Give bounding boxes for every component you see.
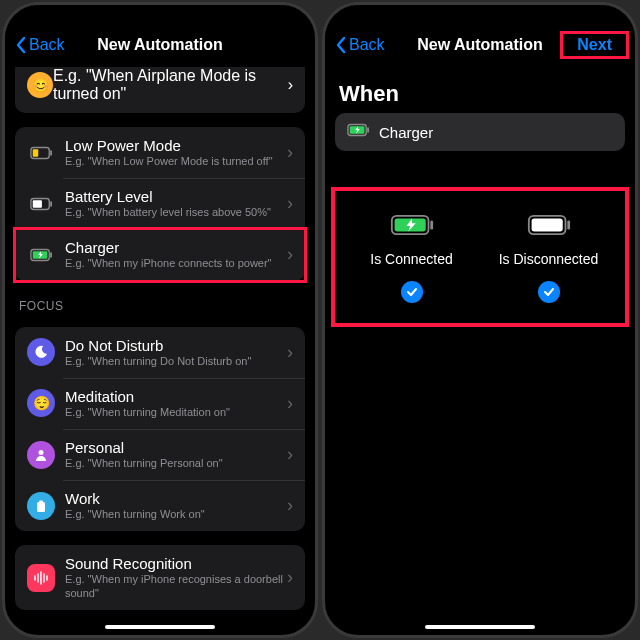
option-label: Is Disconnected	[499, 251, 599, 267]
nav-title: New Automation	[417, 36, 543, 54]
row-battery-level[interactable]: Battery Level E.g. "When battery level r…	[15, 178, 305, 229]
nav-title: New Automation	[97, 36, 223, 54]
row-label: Sound Recognition	[65, 555, 287, 572]
row-label: Low Power Mode	[65, 137, 287, 154]
row-personal[interactable]: Personal E.g. "When turning Personal on"…	[15, 429, 305, 480]
back-button[interactable]: Back	[335, 36, 385, 54]
airplane-icon: 😊	[27, 72, 53, 98]
chevron-left-icon	[335, 36, 347, 54]
row-label: Work	[65, 490, 287, 507]
svg-rect-10	[37, 502, 45, 512]
sound-icon	[27, 564, 55, 592]
svg-rect-25	[531, 219, 562, 232]
row-sub: E.g. "When turning Meditation on"	[65, 406, 287, 419]
chevron-right-icon: ›	[287, 142, 293, 163]
svg-rect-2	[33, 149, 39, 156]
person-icon	[27, 441, 55, 469]
airplane-row-partial[interactable]: 😊 E.g. "When Airplane Mode is turned on"…	[15, 67, 305, 113]
when-header: When	[339, 81, 621, 107]
notch	[420, 5, 540, 25]
row-label: Personal	[65, 439, 287, 456]
checkmark-icon	[538, 281, 560, 303]
row-label: Do Not Disturb	[65, 337, 287, 354]
battery-icon	[27, 190, 55, 218]
focus-group: Do Not Disturb E.g. "When turning Do Not…	[15, 327, 305, 532]
svg-rect-24	[567, 220, 570, 229]
sound-group: Sound Recognition E.g. "When my iPhone r…	[15, 545, 305, 609]
row-label: Meditation	[65, 388, 287, 405]
svg-rect-7	[50, 252, 52, 258]
next-button[interactable]: Next	[569, 32, 620, 57]
notch	[100, 5, 220, 25]
selected-trigger-pill: Charger	[335, 113, 625, 151]
row-sound-recognition[interactable]: Sound Recognition E.g. "When my iPhone r…	[15, 545, 305, 609]
row-work[interactable]: Work E.g. "When turning Work on" ›	[15, 480, 305, 531]
back-label: Back	[29, 36, 65, 54]
svg-rect-21	[430, 220, 433, 229]
nav-bar: Back New Automation	[5, 23, 315, 67]
row-meditation[interactable]: 😌 Meditation E.g. "When turning Meditati…	[15, 378, 305, 429]
checkmark-icon	[401, 281, 423, 303]
row-sub: E.g. "When my iPhone recognises a doorbe…	[65, 573, 287, 599]
row-sub: E.g. "When turning Work on"	[65, 508, 287, 521]
airplane-sub: E.g. "When Airplane Mode is turned on"	[53, 67, 288, 103]
row-sub: E.g. "When turning Do Not Disturb on"	[65, 355, 287, 368]
row-sub: E.g. "When my iPhone connects to power"	[65, 257, 287, 270]
moon-icon	[27, 338, 55, 366]
chevron-right-icon: ›	[287, 342, 293, 363]
svg-rect-4	[50, 201, 52, 207]
next-button-highlight: Next	[560, 31, 629, 59]
chevron-right-icon: ›	[288, 76, 293, 94]
phone-right: Back New Automation Next When Charger Is…	[322, 2, 638, 638]
row-sub: E.g. "When battery level rises above 50%…	[65, 206, 287, 219]
svg-rect-11	[39, 500, 43, 503]
row-sub: E.g. "When Low Power Mode is turned off"	[65, 155, 287, 168]
svg-rect-1	[50, 150, 52, 156]
svg-rect-18	[367, 127, 369, 133]
row-label: Battery Level	[65, 188, 287, 205]
phone-left: Back New Automation 😊 E.g. "When Airplan…	[2, 2, 318, 638]
svg-point-9	[39, 450, 44, 455]
row-dnd[interactable]: Do Not Disturb E.g. "When turning Do Not…	[15, 327, 305, 378]
selected-trigger-label: Charger	[379, 124, 433, 141]
meditation-icon: 😌	[27, 389, 55, 417]
chevron-right-icon: ›	[287, 393, 293, 414]
badge-icon	[27, 492, 55, 520]
battery-charging-icon	[390, 213, 434, 237]
options-box: Is Connected Is Disconnected	[335, 187, 625, 323]
battery-group: Low Power Mode E.g. "When Low Power Mode…	[15, 127, 305, 281]
low-power-icon	[27, 139, 55, 167]
back-label: Back	[349, 36, 385, 54]
row-label: Charger	[65, 239, 287, 256]
svg-rect-5	[33, 200, 42, 207]
chevron-right-icon: ›	[287, 244, 293, 265]
charger-icon	[27, 241, 55, 269]
option-is-connected[interactable]: Is Connected	[343, 213, 480, 303]
charger-icon	[347, 123, 369, 141]
row-low-power[interactable]: Low Power Mode E.g. "When Low Power Mode…	[15, 127, 305, 178]
chevron-right-icon: ›	[287, 567, 293, 588]
chevron-right-icon: ›	[287, 444, 293, 465]
battery-full-icon	[527, 213, 571, 237]
scroll-content: 😊 E.g. "When Airplane Mode is turned on"…	[5, 67, 315, 625]
row-charger[interactable]: Charger E.g. "When my iPhone connects to…	[15, 229, 305, 280]
option-label: Is Connected	[370, 251, 453, 267]
back-button[interactable]: Back	[15, 36, 65, 54]
chevron-left-icon	[15, 36, 27, 54]
config-content: When Charger Is Connected Is Disconnecte…	[325, 67, 635, 625]
chevron-right-icon: ›	[287, 495, 293, 516]
option-is-disconnected[interactable]: Is Disconnected	[480, 213, 617, 303]
home-indicator[interactable]	[425, 625, 535, 629]
nav-bar: Back New Automation Next	[325, 23, 635, 67]
row-sub: E.g. "When turning Personal on"	[65, 457, 287, 470]
section-header-focus: FOCUS	[19, 299, 301, 313]
chevron-right-icon: ›	[287, 193, 293, 214]
home-indicator[interactable]	[105, 625, 215, 629]
